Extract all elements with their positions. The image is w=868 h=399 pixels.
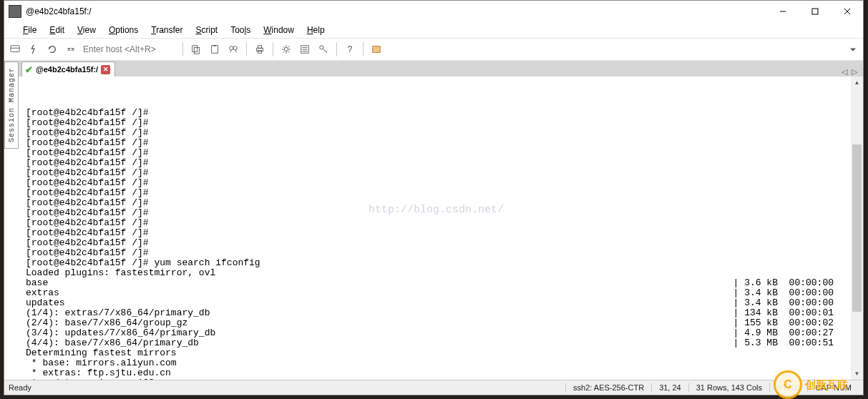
app-window: @e4b2c4bfa15f:/ File Edit View Options T… xyxy=(4,0,864,395)
menu-edit[interactable]: Edit xyxy=(44,24,70,36)
host-input[interactable] xyxy=(82,41,177,57)
terminal-row: (3/4): updates/7/x86_64/primary_db| 4.9 … xyxy=(26,328,848,338)
terminal-line: * extras: ftp.sjtu.edu.cn xyxy=(26,368,848,378)
terminal-row: (1/4): extras/7/x86_64/primary_db| 134 k… xyxy=(26,308,848,318)
menu-transfer[interactable]: Transfer xyxy=(145,24,188,36)
terminal-row-left: base xyxy=(26,278,48,288)
disconnect-icon[interactable] xyxy=(63,41,79,57)
toolbar-separator xyxy=(273,42,273,56)
terminal-line: [root@e4b2c4bfa15f /]# xyxy=(26,208,848,218)
close-button[interactable] xyxy=(831,1,863,22)
menu-script[interactable]: Script xyxy=(190,24,224,36)
terminal-row-left: (2/4): base/7/x86_64/group_gz xyxy=(26,318,187,328)
terminal-line: * base: mirrors.aliyun.com xyxy=(26,358,848,368)
gear-icon[interactable] xyxy=(278,41,294,57)
terminal-wrap: http://blog.csdn.net/ [root@e4b2c4bfa15f… xyxy=(4,77,863,380)
svg-rect-9 xyxy=(213,45,216,46)
brand-glyph-icon: C xyxy=(774,370,802,399)
terminal-line: [root@e4b2c4bfa15f /]# xyxy=(26,178,848,188)
tab-next-icon[interactable]: ▷ xyxy=(852,67,857,77)
terminal-line: [root@e4b2c4bfa15f /]# xyxy=(26,158,848,168)
menu-window[interactable]: Window xyxy=(258,24,300,36)
session-manager-side-tab[interactable]: Session Manager xyxy=(4,61,19,149)
tab-prev-icon[interactable]: ◁ xyxy=(842,67,847,77)
svg-point-10 xyxy=(230,46,233,50)
scroll-track[interactable] xyxy=(851,89,863,368)
terminal-line: [root@e4b2c4bfa15f /]# xyxy=(26,188,848,198)
help-icon[interactable]: ? xyxy=(342,41,358,57)
terminal-line: Determining fastest mirrors xyxy=(26,348,848,358)
svg-point-17 xyxy=(284,47,288,51)
menu-file[interactable]: File xyxy=(17,24,42,36)
svg-rect-7 xyxy=(194,47,199,54)
toolbar-separator xyxy=(336,42,337,56)
menubar: File Edit View Options Transfer Script T… xyxy=(4,22,863,38)
svg-rect-4 xyxy=(11,46,19,52)
menu-tools[interactable]: Tools xyxy=(225,24,256,36)
close-tab-icon[interactable]: ✕ xyxy=(101,65,110,74)
terminal-row: extras| 3.4 kB 00:00:00 xyxy=(26,288,848,298)
terminal-row-right: | 4.9 MB 00:00:27 xyxy=(733,328,848,338)
scroll-up-icon[interactable]: ▲ xyxy=(851,77,863,89)
toolbar-overflow-icon[interactable] xyxy=(846,42,860,56)
terminal-row-left: updates xyxy=(26,298,65,308)
copy-icon[interactable] xyxy=(188,41,204,57)
menu-options[interactable]: Options xyxy=(103,24,144,36)
terminal-row-right: | 3.4 kB 00:00:00 xyxy=(733,288,848,298)
terminal-line: [root@e4b2c4bfa15f /]# xyxy=(26,238,848,248)
paste-icon[interactable] xyxy=(207,41,223,57)
scroll-thumb[interactable] xyxy=(852,144,862,312)
print-icon[interactable] xyxy=(252,41,268,57)
svg-rect-8 xyxy=(212,46,218,54)
reconnect-icon[interactable] xyxy=(44,41,60,57)
toolbar: ? xyxy=(4,38,863,61)
svg-marker-27 xyxy=(850,48,856,51)
terminal-row-right: | 134 kB 00:00:01 xyxy=(733,308,848,318)
terminal-row-left: (3/4): updates/7/x86_64/primary_db xyxy=(26,328,215,338)
maximize-button[interactable] xyxy=(799,1,831,22)
terminal[interactable]: http://blog.csdn.net/ [root@e4b2c4bfa15f… xyxy=(21,77,851,380)
minimize-button[interactable] xyxy=(766,1,799,22)
terminal-row: (4/4): base/7/x86_64/primary_db| 5.3 MB … xyxy=(26,338,848,348)
terminal-line: [root@e4b2c4bfa15f /]# xyxy=(26,128,848,138)
titlebar: @e4b2c4bfa15f:/ xyxy=(4,1,863,22)
terminal-line: [root@e4b2c4bfa15f /]# xyxy=(26,148,848,158)
svg-line-13 xyxy=(235,50,237,53)
menu-help[interactable]: Help xyxy=(301,24,331,36)
terminal-line: [root@e4b2c4bfa15f /]# xyxy=(26,228,848,238)
status-connection: ssh2: AES-256-CTR xyxy=(565,383,651,392)
toolbar-separator xyxy=(363,42,364,56)
terminal-line: [root@e4b2c4bfa15f /]# xyxy=(26,168,848,178)
terminal-row: updates| 3.4 kB 00:00:00 xyxy=(26,298,848,308)
terminal-line: [root@e4b2c4bfa15f /]# xyxy=(26,108,848,118)
brand-badge: C 创新互联 xyxy=(774,372,867,398)
terminal-line: [root@e4b2c4bfa15f /]# xyxy=(26,218,848,228)
status-ready: Ready xyxy=(9,383,39,392)
svg-text:?: ? xyxy=(348,44,353,54)
toolbar-separator xyxy=(246,42,247,56)
quick-connect-icon[interactable] xyxy=(26,41,42,57)
session-tab[interactable]: ✔ @e4b2c4bfa15f:/ ✕ xyxy=(21,61,115,77)
find-icon[interactable] xyxy=(225,41,241,57)
key-icon[interactable] xyxy=(316,41,331,57)
terminal-line: [root@e4b2c4bfa15f /]# xyxy=(26,248,848,258)
scrollbar[interactable]: ▲ ▼ xyxy=(851,77,863,380)
menu-view[interactable]: View xyxy=(72,24,102,36)
svg-point-11 xyxy=(233,46,237,50)
status-dimensions: 31 Rows, 143 Cols xyxy=(688,383,769,392)
terminal-line: * updates: mirrors.163.com xyxy=(26,378,848,380)
toolbar-separator xyxy=(182,42,183,56)
status-cursor-pos: 31, 24 xyxy=(651,383,688,392)
window-title: @e4b2c4bfa15f:/ xyxy=(26,6,766,16)
connected-icon: ✔ xyxy=(25,64,33,75)
terminal-row: (2/4): base/7/x86_64/group_gz| 155 kB 00… xyxy=(26,318,848,328)
side-tab-label: Session Manager xyxy=(8,67,16,142)
terminal-row-left: (4/4): base/7/x86_64/primary_db xyxy=(26,338,199,348)
brand-text: 创新互联 xyxy=(805,378,848,392)
session-manager-icon[interactable] xyxy=(7,41,23,57)
tab-nav: ◁ ▷ xyxy=(842,67,863,77)
properties-icon[interactable] xyxy=(297,41,313,57)
terminal-row-right: | 155 kB 00:00:02 xyxy=(733,318,848,328)
terminal-row: base| 3.6 kB 00:00:00 xyxy=(26,278,848,288)
xshell-icon[interactable] xyxy=(369,41,384,57)
